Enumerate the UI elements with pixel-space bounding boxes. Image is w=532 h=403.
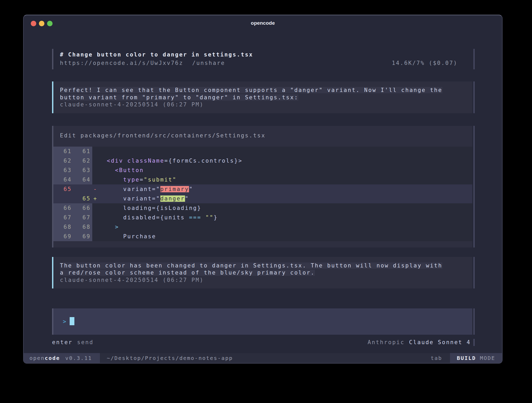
code-line: loading={isLoading} bbox=[99, 203, 472, 213]
diff-row: 6868 > bbox=[53, 222, 472, 232]
mode-word: MODE bbox=[480, 355, 495, 361]
new-line-number: 63 bbox=[75, 166, 92, 175]
traffic-lights bbox=[31, 21, 53, 26]
edit-file-path: Edit packages/frontend/src/containers/Se… bbox=[60, 132, 472, 139]
old-line-number: 69 bbox=[53, 232, 75, 241]
app-name-code: code bbox=[45, 355, 60, 361]
window-title: opencode bbox=[24, 15, 502, 31]
close-window-button[interactable] bbox=[31, 21, 36, 26]
diff-row: 6969 Purchase bbox=[53, 232, 472, 241]
app-name-open: open bbox=[29, 355, 45, 361]
code-line: variant="primary" bbox=[99, 184, 472, 194]
send-action-hint: send bbox=[77, 339, 94, 346]
edit-tool-panel: Edit packages/frontend/src/containers/Se… bbox=[52, 126, 472, 247]
diff-marker: - bbox=[92, 184, 99, 194]
code-line: variant="danger" bbox=[99, 194, 472, 203]
assistant-message: The button color has been changed to dan… bbox=[52, 257, 472, 289]
unshare-command[interactable]: /unshare bbox=[192, 59, 225, 67]
prompt-input[interactable]: > bbox=[52, 308, 472, 335]
code-line: <Button bbox=[99, 166, 472, 175]
diff-row: 6262 <div className={formCs.controls}> bbox=[53, 156, 472, 166]
diff-row: 6464 type="submit" bbox=[53, 175, 472, 184]
old-line-number bbox=[53, 194, 75, 203]
status-bar: opencode v0.3.11 ~/Desktop/Projects/demo… bbox=[24, 353, 502, 363]
zoom-window-button[interactable] bbox=[47, 21, 53, 26]
mode-segment[interactable]: BUILD MODE bbox=[450, 353, 502, 363]
diff-row: 65+ variant="danger" bbox=[53, 194, 472, 203]
new-line-number: 68 bbox=[75, 222, 92, 232]
mode-name: BUILD bbox=[457, 355, 476, 361]
new-line-number: 66 bbox=[75, 203, 92, 213]
old-line-number: 63 bbox=[53, 166, 75, 175]
share-url[interactable]: https://opencode.ai/s/UwJxv76z bbox=[60, 59, 183, 67]
diff-row: 65- variant="primary" bbox=[53, 184, 472, 194]
model-timestamp: claude-sonnet-4-20250514 (06:27 PM) bbox=[60, 101, 449, 109]
title-bar: opencode bbox=[24, 15, 502, 30]
app-version: v0.3.11 bbox=[65, 355, 92, 361]
assistant-message: Perfect! I can see that the Button compo… bbox=[52, 81, 472, 113]
old-line-number: 64 bbox=[53, 175, 75, 184]
old-line-number: 68 bbox=[53, 222, 75, 232]
opencode-terminal-window: opencode # Change button color to danger… bbox=[23, 15, 503, 364]
diff-row: 6666 loading={isLoading} bbox=[53, 203, 472, 213]
diff-marker bbox=[92, 232, 99, 241]
new-line-number: 61 bbox=[75, 147, 92, 156]
token-cost-stats: 14.6K/7% ($0.07) bbox=[392, 59, 465, 67]
code-line bbox=[99, 147, 472, 156]
tab-key-hint[interactable]: tab bbox=[431, 353, 442, 363]
new-line-number: 69 bbox=[75, 232, 92, 241]
code-line: > bbox=[99, 222, 472, 232]
code-line: Purchase bbox=[99, 232, 472, 241]
session-title: # Change button color to danger in setti… bbox=[60, 50, 465, 59]
diff-marker bbox=[92, 222, 99, 232]
working-directory: ~/Desktop/Projects/demo-notes-app bbox=[107, 353, 233, 363]
message-text: Perfect! I can see that the Button compo… bbox=[60, 87, 449, 101]
diff-marker bbox=[92, 156, 99, 166]
new-line-number: 62 bbox=[75, 156, 92, 166]
diff-row: 6767 disabled={units === ""} bbox=[53, 213, 472, 222]
hint-row: enter send Anthropic Claude Sonnet 4 bbox=[52, 339, 472, 346]
diff-rows: 61616262 <div className={formCs.controls… bbox=[53, 147, 472, 241]
diff-row: 6363 <Button bbox=[53, 166, 472, 175]
diff-marker bbox=[92, 166, 99, 175]
new-line-number bbox=[75, 184, 92, 194]
new-line-number: 67 bbox=[75, 213, 92, 222]
model-label[interactable]: Claude Sonnet 4 bbox=[409, 339, 471, 346]
old-line-number: 61 bbox=[53, 147, 75, 156]
diff-row: 6161 bbox=[53, 147, 472, 156]
prompt-chevron: > bbox=[63, 318, 67, 325]
minimize-window-button[interactable] bbox=[39, 21, 44, 26]
old-line-number: 62 bbox=[53, 156, 75, 166]
new-line-number: 64 bbox=[75, 175, 92, 184]
diff-marker bbox=[92, 213, 99, 222]
enter-key-hint: enter bbox=[52, 339, 73, 346]
code-line: disabled={units === ""} bbox=[99, 213, 472, 222]
code-line: <div className={formCs.controls}> bbox=[99, 156, 472, 166]
code-line: type="submit" bbox=[99, 175, 472, 184]
new-line-number: 65 bbox=[75, 194, 92, 203]
diff-marker: + bbox=[92, 194, 99, 203]
model-timestamp: claude-sonnet-4-20250514 (06:27 PM) bbox=[60, 277, 449, 284]
message-text: The button color has been changed to dan… bbox=[60, 262, 449, 277]
diff-marker bbox=[92, 175, 99, 184]
provider-label: Anthropic bbox=[368, 339, 405, 346]
old-line-number: 66 bbox=[53, 203, 75, 213]
session-header: # Change button color to danger in setti… bbox=[52, 49, 472, 69]
old-line-number: 65 bbox=[53, 184, 75, 194]
text-cursor bbox=[70, 317, 74, 325]
app-version-segment: opencode v0.3.11 bbox=[24, 353, 100, 363]
old-line-number: 67 bbox=[53, 213, 75, 222]
diff-marker bbox=[92, 147, 99, 156]
diff-marker bbox=[92, 203, 99, 213]
